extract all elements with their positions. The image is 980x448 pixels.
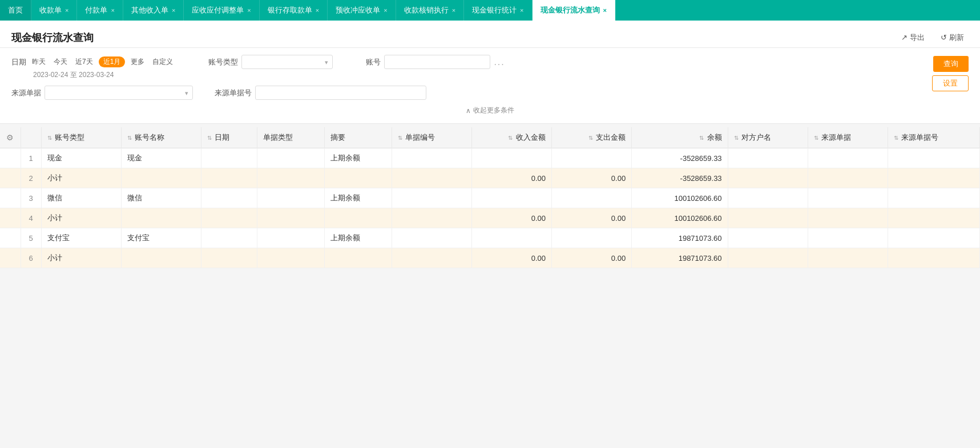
gear-icon[interactable]: ⚙ (6, 133, 14, 142)
source-doc-no-input[interactable] (255, 86, 426, 100)
collapse-label: 收起更多条件 (473, 106, 514, 115)
th-date[interactable]: ⇅ 日期 (201, 127, 257, 148)
nav-home[interactable]: 首页 (0, 0, 31, 21)
source-doc-no-label: 来源单据号 (215, 88, 252, 98)
refresh-icon: ↺ (941, 33, 947, 42)
td-income (471, 188, 551, 208)
td-source-doc (808, 228, 888, 248)
table-container: ⚙ ⇅ 账号类型 ⇅ 账号名称 ⇅ 日期 单据类型 (0, 127, 980, 268)
td-doc-no (392, 248, 471, 268)
source-doc-label: 来源单据 (11, 88, 41, 98)
td-source-doc-no (888, 208, 979, 228)
sort-arrows-doc-no: ⇅ (398, 135, 402, 141)
nav-tab-label-8: 现金银行统计 (472, 5, 517, 15)
td-date (201, 248, 257, 268)
td-counterparty (728, 148, 808, 168)
th-expense[interactable]: ⇅ 支出金额 (552, 127, 632, 148)
th-counterparty-label: 对方户名 (741, 133, 771, 142)
nav-tab-label-4: 应收应付调整单 (192, 5, 244, 15)
td-counterparty (728, 208, 808, 228)
td-date (201, 188, 257, 208)
td-doc-type (257, 168, 324, 188)
td-date (201, 148, 257, 168)
account-type-label: 账号类型 (208, 57, 238, 67)
date-btn-today[interactable]: 今天 (51, 56, 70, 67)
date-btn-more[interactable]: 更多 (128, 56, 147, 67)
th-account-type[interactable]: ⇅ 账号类型 (41, 127, 121, 148)
nav-tab-close-2[interactable]: × (111, 7, 114, 14)
th-date-label: 日期 (215, 133, 229, 142)
sort-arrows-account-name: ⇅ (127, 135, 132, 141)
nav-tab-9[interactable]: 现金银行流水查询 × (533, 0, 615, 21)
nav-tab-4[interactable]: 应收应付调整单 × (184, 0, 259, 21)
account-input[interactable] (384, 55, 490, 69)
date-btn-1month[interactable]: 近1月 (99, 56, 126, 67)
th-doc-type: 单据类型 (257, 127, 324, 148)
nav-tab-label-5: 银行存取款单 (268, 5, 312, 15)
nav-tab-1[interactable]: 收款单 × (31, 0, 77, 21)
th-source-doc-no[interactable]: ⇅ 来源单据号 (888, 127, 979, 148)
th-source-doc[interactable]: ⇅ 来源单据 (808, 127, 888, 148)
nav-tab-3[interactable]: 其他收入单 × (123, 0, 184, 21)
nav-tab-close-7[interactable]: × (452, 7, 455, 14)
account-more-icon[interactable]: ... (494, 57, 505, 67)
source-doc-select[interactable] (45, 86, 193, 100)
nav-tab-label-7: 收款核销执行 (404, 5, 449, 15)
account-filter: 账号 ... (366, 55, 505, 69)
nav-tab-close-6[interactable]: × (384, 7, 387, 14)
th-doc-type-label: 单据类型 (263, 133, 293, 142)
td-doc-type (257, 228, 324, 248)
export-button[interactable]: ↗ 导出 (897, 30, 929, 45)
th-doc-no[interactable]: ⇅ 单据编号 (392, 127, 471, 148)
nav-tab-2[interactable]: 付款单 × (77, 0, 123, 21)
th-balance[interactable]: ⇅ 余额 (632, 127, 728, 148)
th-source-doc-label: 来源单据 (821, 133, 851, 142)
td-account-name: 现金 (121, 148, 201, 168)
collapse-up-icon: ∧ (466, 107, 471, 115)
query-button[interactable]: 查询 (933, 56, 969, 72)
td-source-doc-no (888, 188, 979, 208)
td-index: 2 (21, 168, 41, 188)
td-source-doc-no (888, 148, 979, 168)
nav-tab-close-4[interactable]: × (247, 7, 251, 14)
th-balance-label: 余额 (707, 133, 722, 142)
nav-tab-close-3[interactable]: × (172, 7, 175, 14)
collapse-bar[interactable]: ∧ 收起更多条件 (11, 103, 969, 119)
sort-arrows-balance: ⇅ (699, 135, 704, 141)
th-gear[interactable]: ⚙ (0, 127, 21, 148)
table-row: 3微信微信上期余额100102606.60 (0, 188, 980, 208)
td-index: 6 (21, 248, 41, 268)
td-source-doc-no (888, 168, 979, 188)
nav-tab-6[interactable]: 预收冲应收单 × (328, 0, 396, 21)
th-income[interactable]: ⇅ 收入金额 (471, 127, 551, 148)
th-account-type-label: 账号类型 (55, 133, 84, 142)
nav-tab-close-1[interactable]: × (65, 7, 68, 14)
refresh-label: 刷新 (949, 33, 964, 43)
nav-tab-8[interactable]: 现金银行统计 × (464, 0, 532, 21)
nav-tab-7[interactable]: 收款核销执行 × (396, 0, 464, 21)
date-btn-custom[interactable]: 自定义 (150, 56, 175, 67)
date-btn-yesterday[interactable]: 昨天 (30, 56, 48, 67)
td-summary: 上期余额 (324, 228, 392, 248)
td-income (471, 148, 551, 168)
settings-button[interactable]: 设置 (932, 75, 969, 91)
nav-tab-close-8[interactable]: × (520, 7, 523, 14)
nav-tab-close-9[interactable]: × (603, 7, 607, 14)
th-account-name-label: 账号名称 (135, 133, 164, 142)
refresh-button[interactable]: ↺ 刷新 (936, 30, 969, 45)
td-source-doc (808, 208, 888, 228)
nav-tab-label-6: 预收冲应收单 (336, 5, 380, 15)
th-account-name[interactable]: ⇅ 账号名称 (121, 127, 201, 148)
date-shortcuts: 昨天 今天 近7天 近1月 更多 自定义 (30, 56, 175, 67)
td-expense (552, 188, 632, 208)
date-btn-7days[interactable]: 近7天 (73, 56, 95, 67)
td-doc-no (392, 148, 471, 168)
nav-tab-close-5[interactable]: × (316, 7, 319, 14)
th-counterparty[interactable]: ⇅ 对方户名 (728, 127, 808, 148)
td-gear (0, 188, 21, 208)
td-expense (552, 148, 632, 168)
nav-tab-5[interactable]: 银行存取款单 × (260, 0, 328, 21)
td-expense: 0.00 (552, 208, 632, 228)
sort-arrows-source-doc-no: ⇅ (894, 135, 898, 141)
account-type-select[interactable] (241, 55, 333, 69)
